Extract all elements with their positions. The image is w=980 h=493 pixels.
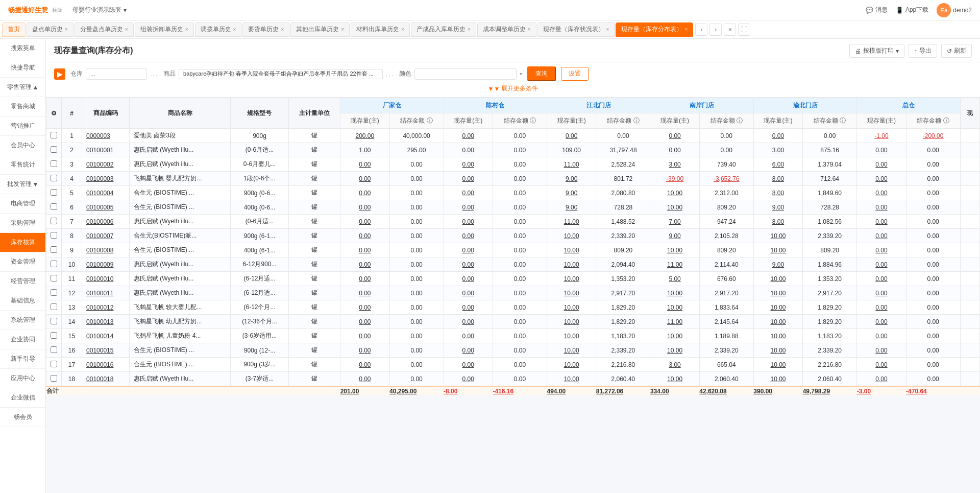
row-g4q[interactable]: 9.00 — [650, 229, 699, 243]
sidebar-item-purchase[interactable]: 采购管理 — [0, 214, 45, 233]
row-g1q[interactable]: 200.00 — [340, 129, 389, 143]
row-g4q[interactable]: 10.00 — [650, 343, 699, 358]
tab-2-close[interactable]: × — [125, 27, 128, 32]
warehouse-input[interactable] — [86, 68, 147, 80]
row-g2q[interactable]: 0.00 — [444, 358, 493, 372]
row-code[interactable]: 00100004 — [82, 186, 130, 200]
row-g2q[interactable]: 0.00 — [444, 200, 493, 215]
row-tq[interactable]: 0.00 — [857, 186, 906, 200]
row-g3q[interactable]: 11.00 — [547, 157, 596, 172]
col-gear[interactable]: ⚙ — [46, 98, 62, 129]
tab-10[interactable]: 现存量（库存状况表） × — [537, 22, 615, 37]
tab-8[interactable]: 产成品入库单历史 × — [411, 22, 476, 37]
row-g5q[interactable]: 10.00 — [753, 229, 802, 243]
tab-2[interactable]: 分量盘点单历史 × — [75, 22, 134, 37]
row-g3q[interactable]: 9.00 — [547, 200, 596, 215]
summary-g1q[interactable]: 201.00 — [340, 386, 389, 395]
tab-6[interactable]: 其他出库单历史 × — [290, 22, 350, 37]
tab-8-close[interactable]: × — [468, 27, 471, 32]
row-tq[interactable]: 0.00 — [857, 343, 906, 358]
row-g3q[interactable]: 0.00 — [547, 129, 596, 143]
row-g3q[interactable]: 10.00 — [547, 329, 596, 343]
row-g4q[interactable]: 3.00 — [650, 358, 699, 372]
summary-g3q[interactable]: 494.00 — [547, 386, 596, 395]
sidebar-item-inventory[interactable]: 库存核算 — [0, 233, 45, 252]
summary-g4q[interactable]: 334.00 — [650, 386, 699, 395]
row-g1q[interactable]: 0.00 — [340, 343, 389, 358]
row-g4q[interactable]: 10.00 — [650, 286, 699, 300]
row-g2q[interactable]: 0.00 — [444, 172, 493, 186]
row-selector[interactable] — [46, 329, 62, 343]
sidebar-item-marketing[interactable]: 营销推广 — [0, 116, 45, 136]
row-g2q[interactable]: 0.00 — [444, 286, 493, 300]
row-code[interactable]: 00100008 — [82, 243, 130, 257]
tab-1[interactable]: 盘点单历史 × — [27, 22, 74, 37]
message-btn[interactable]: 💬 消息 — [866, 6, 888, 14]
row-g5q[interactable]: 9.00 — [753, 200, 802, 215]
row-tq[interactable]: 0.00 — [857, 315, 906, 329]
row-g1q[interactable]: 0.00 — [340, 186, 389, 200]
tab-9[interactable]: 成本调整单历史 × — [477, 22, 536, 37]
tab-expand-btn[interactable]: ⛶ — [738, 24, 750, 36]
row-g2q[interactable]: 0.00 — [444, 300, 493, 315]
sidebar-item-retail-mall[interactable]: 零售商城 — [0, 97, 45, 116]
row-g4q[interactable]: 5.00 — [650, 272, 699, 286]
row-g1q[interactable]: 0.00 — [340, 272, 389, 286]
row-tq[interactable]: 0.00 — [857, 272, 906, 286]
tab-7-close[interactable]: × — [401, 27, 404, 32]
row-g5q[interactable]: 10.00 — [753, 300, 802, 315]
tab-11-close[interactable]: × — [684, 27, 688, 32]
row-g2q[interactable]: 0.00 — [444, 257, 493, 272]
row-g5q[interactable]: 8.00 — [753, 215, 802, 229]
row-g2q[interactable]: 0.00 — [444, 372, 493, 387]
row-code[interactable]: 00100016 — [82, 358, 130, 372]
row-selector[interactable] — [46, 157, 62, 172]
row-selector[interactable] — [46, 172, 62, 186]
refresh-btn[interactable]: ↺ 刷新 — [941, 44, 972, 58]
row-g3q[interactable]: 10.00 — [547, 300, 596, 315]
row-g5q[interactable]: 10.00 — [753, 343, 802, 358]
tab-4[interactable]: 调拨单历史 × — [195, 22, 242, 37]
row-g1q[interactable]: 0.00 — [340, 243, 389, 257]
sidebar-item-appcenter[interactable]: 应用中心 — [0, 369, 45, 388]
color-input[interactable] — [414, 68, 517, 80]
row-tq[interactable]: 0.00 — [857, 286, 906, 300]
app-download-btn[interactable]: 📱 App下载 — [896, 6, 928, 14]
toggle-panel-btn[interactable]: ▶ — [54, 68, 65, 80]
tab-5[interactable]: 要货单历史 × — [242, 22, 289, 37]
row-g2q[interactable]: 0.00 — [444, 315, 493, 329]
row-g5q[interactable]: 10.00 — [753, 329, 802, 343]
row-tq[interactable]: -1.00 — [857, 129, 906, 143]
row-g4q[interactable]: 10.00 — [650, 300, 699, 315]
row-g1q[interactable]: 0.00 — [340, 286, 389, 300]
row-g5q[interactable]: 10.00 — [753, 372, 802, 387]
row-g2q[interactable]: 0.00 — [444, 143, 493, 157]
row-selector[interactable] — [46, 215, 62, 229]
row-tq[interactable]: 0.00 — [857, 300, 906, 315]
row-g1q[interactable]: 0.00 — [340, 315, 389, 329]
summary-g5q[interactable]: 390.00 — [753, 386, 802, 395]
row-selector[interactable] — [46, 315, 62, 329]
row-g1q[interactable]: 0.00 — [340, 329, 389, 343]
row-g4q[interactable]: 10.00 — [650, 186, 699, 200]
row-g4q[interactable]: -39.00 — [650, 172, 699, 186]
row-g3q[interactable]: 10.00 — [547, 358, 596, 372]
row-g4q[interactable]: 7.00 — [650, 215, 699, 229]
row-selector[interactable] — [46, 286, 62, 300]
sidebar-item-finance[interactable]: 资金管理 — [0, 252, 45, 272]
row-selector[interactable] — [46, 358, 62, 372]
row-g4q[interactable]: 10.00 — [650, 372, 699, 387]
tab-home[interactable]: 首页 — [2, 22, 26, 37]
row-selector[interactable] — [46, 343, 62, 358]
row-code[interactable]: 00100007 — [82, 229, 130, 243]
sidebar-item-nav[interactable]: 快捷导航 — [0, 58, 45, 78]
row-g5q[interactable]: 9.00 — [753, 257, 802, 272]
row-g1q[interactable]: 0.00 — [340, 300, 389, 315]
tab-7[interactable]: 材料出库单历史 × — [351, 22, 410, 37]
sidebar-item-system[interactable]: 系统管理 — [0, 311, 45, 330]
sidebar-item-ecom[interactable]: 电商管理 — [0, 194, 45, 214]
row-g5q[interactable]: 10.00 — [753, 243, 802, 257]
row-g1q[interactable]: 0.00 — [340, 257, 389, 272]
setting-btn[interactable]: 设置 — [561, 67, 589, 81]
sidebar-item-retail-mgmt[interactable]: 零售管理 ▲ — [0, 78, 45, 97]
